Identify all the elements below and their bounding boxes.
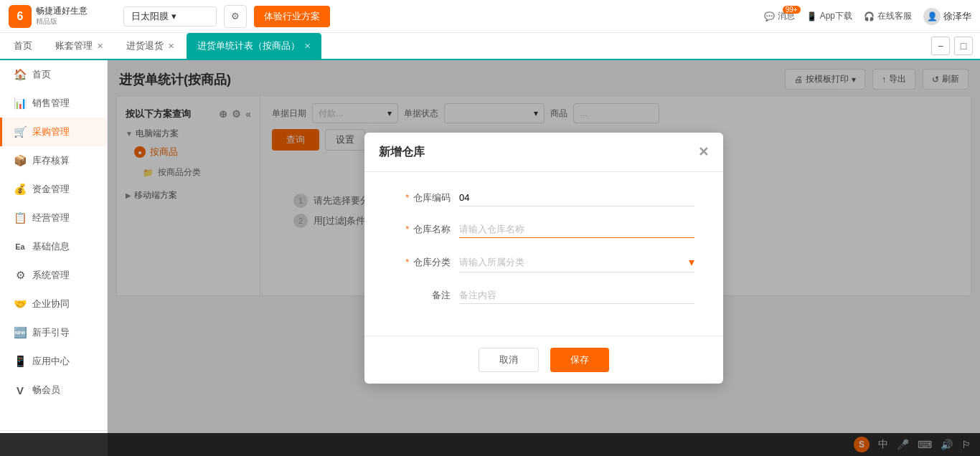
category-dropdown-icon: ▾ (689, 255, 694, 269)
sidebar-item-inventory[interactable]: 📦 库存核算 (0, 146, 107, 175)
header-right: 💬 消息 99+ 📱 App下载 🎧 在线客服 👤 徐泽华 (764, 8, 971, 25)
user-area[interactable]: 👤 徐泽华 (923, 8, 971, 25)
tab-account[interactable]: 账套管理 ✕ (44, 33, 114, 59)
user-name: 徐泽华 (943, 10, 971, 23)
tab-minimize-btn[interactable]: − (931, 37, 950, 55)
remark-input[interactable] (459, 287, 694, 304)
online-service-label: 在线客服 (877, 10, 912, 22)
sidebar-label-inventory: 库存核算 (32, 154, 70, 167)
form-row-category: * 仓库分类 请输入所属分类 ▾ (393, 252, 694, 272)
tab-bar-right: − □ (931, 37, 977, 55)
remark-label: 备注 (393, 289, 451, 302)
sidebar-label-enterprise: 企业协同 (32, 298, 70, 310)
enterprise-icon: 🤝 (14, 298, 27, 310)
tab-stats-close[interactable]: ✕ (304, 42, 311, 51)
category-label: * 仓库分类 (393, 256, 451, 269)
tab-home[interactable]: 首页 (3, 33, 43, 59)
form-row-code: * 仓库编码 (393, 189, 694, 206)
store-selector[interactable]: 日太阳膜 ▾ (123, 6, 217, 27)
dialog-header: 新增仓库 ✕ (364, 133, 723, 172)
top-header: 6 畅捷通好生意 精品版 日太阳膜 ▾ ⚙ 体验行业方案 💬 消息 99+ 📱 … (0, 0, 980, 33)
dialog-close-btn[interactable]: ✕ (698, 144, 709, 160)
name-input[interactable] (459, 221, 694, 238)
required-star-3: * (405, 257, 409, 267)
sidebar: 🏠 首页 📊 销售管理 🛒 采购管理 📦 库存核算 💰 资金管理 📋 经营管理 … (0, 60, 108, 456)
dialog-body: * 仓库编码 * 仓库名称 (364, 172, 723, 336)
headset-icon: 🎧 (864, 11, 875, 22)
cancel-button[interactable]: 取消 (479, 348, 539, 372)
sidebar-label-system: 系统管理 (32, 269, 70, 282)
operations-icon: 📋 (14, 212, 27, 224)
tab-home-label: 首页 (14, 39, 32, 52)
tab-account-label: 账套管理 (55, 39, 93, 52)
tab-return-close[interactable]: ✕ (168, 42, 174, 51)
sales-icon: 📊 (14, 97, 27, 110)
dialog-overlay: 新增仓库 ✕ * 仓库编码 * (108, 60, 980, 456)
app-edition: 精品版 (36, 16, 88, 27)
vip-icon: V (14, 384, 27, 396)
tab-return[interactable]: 进货退货 ✕ (116, 33, 185, 59)
code-label: * 仓库编码 (393, 191, 451, 204)
system-icon: ⚙ (14, 269, 27, 282)
store-name: 日太阳膜 (131, 10, 169, 23)
phone-icon: 📱 (806, 11, 817, 22)
sidebar-label-app-center: 应用中心 (32, 355, 70, 368)
form-row-remark: 备注 (393, 287, 694, 304)
home-icon: 🏠 (14, 68, 27, 81)
code-input[interactable] (459, 189, 694, 206)
basic-info-icon: Ea (14, 240, 27, 253)
trial-button[interactable]: 体验行业方案 (254, 6, 330, 27)
sidebar-item-system[interactable]: ⚙ 系统管理 (0, 261, 107, 290)
message-btn[interactable]: 💬 消息 99+ (764, 10, 795, 22)
finance-icon: 💰 (14, 183, 27, 196)
sidebar-item-sales[interactable]: 📊 销售管理 (0, 89, 107, 118)
sidebar-item-enterprise[interactable]: 🤝 企业协同 (0, 290, 107, 318)
sidebar-label-guide: 新手引导 (32, 326, 70, 339)
purchase-icon: 🛒 (14, 125, 27, 138)
sidebar-item-purchase[interactable]: 🛒 采购管理 (0, 118, 107, 146)
sidebar-item-vip[interactable]: V 畅会员 (0, 376, 107, 404)
form-row-name: * 仓库名称 (393, 221, 694, 238)
app-name: 畅捷通好生意 (36, 6, 88, 17)
main-layout: 🏠 首页 📊 销售管理 🛒 采购管理 📦 库存核算 💰 资金管理 📋 经营管理 … (0, 60, 980, 456)
app-download-btn[interactable]: 📱 App下载 (806, 10, 852, 22)
guide-icon: 🆕 (14, 326, 27, 339)
dialog-title: 新增仓库 (379, 145, 425, 160)
category-placeholder: 请输入所属分类 (459, 256, 524, 269)
inventory-icon: 📦 (14, 154, 27, 167)
required-star: * (405, 192, 409, 203)
sidebar-item-guide[interactable]: 🆕 新手引导 (0, 318, 107, 347)
dialog-footer: 取消 保存 (364, 336, 723, 384)
sidebar-label-operations: 经营管理 (32, 212, 70, 224)
tab-account-close[interactable]: ✕ (97, 42, 103, 51)
tab-bar: 首页 账套管理 ✕ 进货退货 ✕ 进货单统计表（按商品） ✕ − □ (0, 33, 980, 60)
content-area: 进货单统计(按商品) 🖨 按模板打印 ▾ ↑ 导出 ↺ 刷新 (108, 60, 980, 456)
tab-return-label: 进货退货 (126, 39, 164, 52)
sidebar-label-sales: 销售管理 (32, 97, 70, 110)
chevron-down-icon: ▾ (171, 11, 209, 22)
sidebar-label-finance: 资金管理 (32, 183, 70, 196)
sidebar-item-finance[interactable]: 💰 资金管理 (0, 175, 107, 204)
sidebar-label-home: 首页 (32, 68, 51, 81)
sidebar-label-basic-info: 基础信息 (32, 240, 70, 253)
user-avatar: 👤 (923, 8, 941, 25)
tab-maximize-btn[interactable]: □ (954, 37, 973, 55)
name-label: * 仓库名称 (393, 223, 451, 236)
app-center-icon: 📱 (14, 355, 27, 368)
sidebar-item-home[interactable]: 🏠 首页 (0, 60, 107, 89)
notification-badge: 99+ (783, 6, 801, 14)
tab-stats-label: 进货单统计表（按商品） (197, 39, 300, 52)
message-icon: 💬 (764, 11, 775, 22)
app-logo: 6 (9, 5, 32, 28)
settings-icon[interactable]: ⚙ (224, 5, 247, 28)
category-select[interactable]: 请输入所属分类 ▾ (459, 252, 694, 272)
online-service-btn[interactable]: 🎧 在线客服 (864, 10, 912, 22)
sidebar-item-basic-info[interactable]: Ea 基础信息 (0, 232, 107, 261)
sidebar-label-vip: 畅会员 (32, 384, 60, 396)
sidebar-item-app-center[interactable]: 📱 应用中心 (0, 347, 107, 376)
required-star-2: * (405, 224, 409, 234)
tab-stats[interactable]: 进货单统计表（按商品） ✕ (187, 33, 321, 59)
sidebar-item-operations[interactable]: 📋 经营管理 (0, 204, 107, 232)
add-warehouse-dialog: 新增仓库 ✕ * 仓库编码 * (364, 133, 723, 384)
save-button[interactable]: 保存 (550, 348, 609, 372)
